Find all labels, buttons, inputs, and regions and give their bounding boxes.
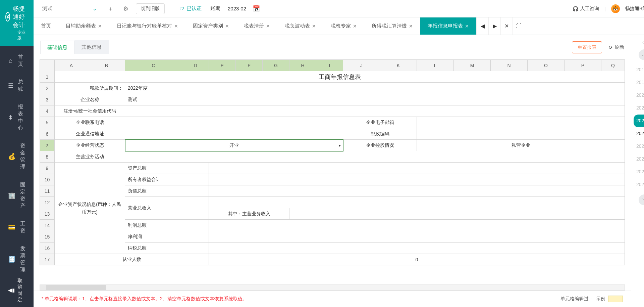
close-icon[interactable]: ✕	[174, 24, 178, 29]
col-header[interactable]: H	[289, 60, 316, 71]
cell[interactable]: 资产总额	[125, 163, 209, 174]
cell[interactable]: 企业控股情况	[343, 140, 417, 151]
tab-item[interactable]: 税检专家✕	[323, 17, 364, 35]
calendar-icon[interactable]: 📅	[251, 3, 262, 14]
col-header[interactable]: F	[236, 60, 263, 71]
cell[interactable]	[209, 243, 625, 254]
year-down[interactable]: ﹀	[639, 194, 644, 205]
cell[interactable]: 企业名称	[55, 94, 125, 105]
row-header[interactable]: 13	[40, 208, 55, 220]
row-header[interactable]: 10	[40, 174, 55, 185]
tab-item-active[interactable]: 年报信息申报表✕	[420, 17, 476, 35]
col-header[interactable]: B	[88, 60, 125, 71]
cell[interactable]: 净利润	[125, 231, 209, 243]
tab-item[interactable]: 固定资产类别✕	[185, 17, 236, 35]
cell[interactable]: 主营业务活动	[55, 151, 125, 163]
row-header[interactable]: 9	[40, 163, 55, 174]
cell[interactable]: 营业总收入	[125, 197, 209, 220]
cell[interactable]: 企业电子邮箱	[343, 117, 417, 128]
close-icon[interactable]: ✕	[353, 24, 357, 29]
horizontal-scrollbar[interactable]	[40, 284, 625, 291]
year-item[interactable]: 2021年	[634, 102, 644, 115]
row-header[interactable]: 7	[40, 140, 55, 151]
tab-home[interactable]: 首页	[34, 17, 58, 35]
dropdown-icon[interactable]: ▼	[338, 143, 341, 147]
tab-item[interactable]: 税表清册✕	[236, 17, 277, 35]
sidebar-item-asset[interactable]: 🏢固定资产	[0, 176, 34, 215]
cell[interactable]	[417, 128, 625, 140]
cell[interactable]	[209, 220, 625, 231]
tab-prev[interactable]: ◀	[476, 17, 488, 35]
add-button[interactable]: ＋	[105, 3, 116, 14]
row-header[interactable]: 14	[40, 220, 55, 231]
col-header[interactable]: P	[565, 60, 601, 71]
row-header[interactable]: 11	[40, 185, 55, 197]
tab-item[interactable]: 日记账与银行对账单核对✕	[109, 17, 185, 35]
spreadsheet[interactable]: A B C D E F G H I J K L M	[40, 59, 625, 265]
year-up[interactable]: ︿	[639, 49, 644, 60]
row-header[interactable]: 1	[40, 71, 55, 83]
cell[interactable]	[209, 185, 625, 197]
fullscreen-icon[interactable]: ⛶	[513, 17, 525, 35]
corner-cell[interactable]	[40, 60, 55, 71]
col-header[interactable]: A	[55, 60, 88, 71]
col-header[interactable]: N	[491, 60, 528, 71]
cell[interactable]: 企业资产状况信息(币种：人民币万元)	[55, 163, 125, 254]
sidebar-item-report[interactable]: ⬍报表中心	[0, 98, 34, 137]
tab-item[interactable]: 税负波动表✕	[277, 17, 323, 35]
selected-cell[interactable]: 开业▼	[125, 140, 343, 151]
cell[interactable]: 纳税总额	[125, 243, 209, 254]
tab-close-all[interactable]: ✕	[500, 17, 513, 35]
cell[interactable]: 所有者权益合计	[125, 174, 209, 185]
year-item[interactable]: 2025年	[634, 153, 644, 166]
cell[interactable]: 从业人数	[55, 254, 209, 265]
cell[interactable]: 注册号/统一社会信用代码	[55, 105, 125, 117]
settings-icon[interactable]: ⚙	[120, 3, 131, 14]
cell[interactable]: 邮政编码	[343, 128, 417, 140]
cell[interactable]	[417, 117, 625, 128]
row-header[interactable]: 15	[40, 231, 55, 243]
close-icon[interactable]: ✕	[465, 24, 469, 29]
row-header[interactable]: 5	[40, 117, 55, 128]
cell[interactable]: 其中：主营业务收入	[209, 208, 289, 220]
cell[interactable]: 0	[209, 254, 625, 265]
close-icon[interactable]: ✕	[409, 24, 413, 29]
col-header[interactable]: J	[343, 60, 380, 71]
close-icon[interactable]: ✕	[225, 24, 229, 29]
cell[interactable]: 2022年度	[125, 83, 625, 94]
period-value[interactable]: 2023-02	[228, 6, 246, 11]
switch-old-button[interactable]: 切到旧版	[136, 3, 165, 14]
cell[interactable]	[125, 105, 625, 117]
row-header[interactable]: 2	[40, 83, 55, 94]
cell[interactable]: 企业经营状态	[55, 140, 125, 151]
cell[interactable]: 负债总额	[125, 185, 209, 197]
year-item[interactable]: 2024年	[634, 140, 644, 153]
reset-button[interactable]: 重置报表	[572, 41, 602, 53]
cell[interactable]: 利润总额	[125, 220, 209, 231]
col-header[interactable]: M	[454, 60, 491, 71]
tab-item[interactable]: 所得税汇算清缴✕	[364, 17, 420, 35]
cell[interactable]	[289, 208, 625, 220]
col-header[interactable]: O	[528, 60, 565, 71]
company-selector[interactable]: 测试 ⌄	[39, 3, 100, 14]
cell[interactable]	[125, 128, 343, 140]
sidebar-item-invoice[interactable]: 🧾发票管理	[0, 240, 34, 273]
subtab-other[interactable]: 其他信息	[74, 40, 109, 54]
row-header[interactable]: 17	[40, 254, 55, 265]
cell[interactable]	[125, 151, 625, 163]
row-header[interactable]: 4	[40, 105, 55, 117]
col-header[interactable]: C	[125, 60, 182, 71]
cell[interactable]	[125, 117, 343, 128]
close-icon[interactable]: ✕	[98, 24, 102, 29]
refresh-button[interactable]: ⟳刷新	[609, 44, 624, 50]
cell[interactable]	[209, 174, 625, 185]
year-item[interactable]: 2023年	[634, 127, 644, 140]
cell[interactable]	[209, 231, 625, 243]
cell[interactable]: 测试	[125, 94, 625, 105]
tab-next[interactable]: ▶	[488, 17, 500, 35]
tab-item[interactable]: 目辅助余额表✕	[58, 17, 109, 35]
collapse-icon[interactable]: «	[642, 39, 644, 46]
avatar[interactable]: 🐯	[611, 4, 620, 13]
subtab-basic[interactable]: 基础信息	[40, 41, 74, 54]
year-item[interactable]: 2026年	[634, 166, 644, 178]
